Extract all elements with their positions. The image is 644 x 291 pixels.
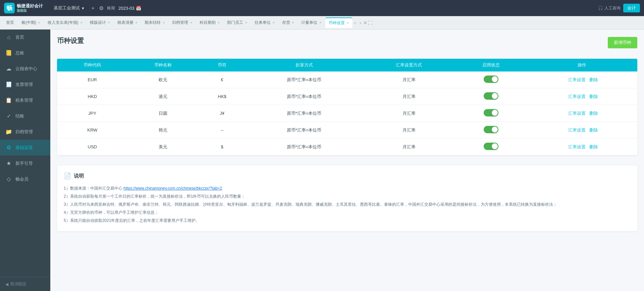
calendar-icon[interactable]: 📅: [136, 6, 141, 11]
app-name: 畅捷通好会计: [17, 3, 43, 9]
rate-settings-link-krw[interactable]: 汇率设置: [568, 128, 586, 133]
cell-name: 欧元: [128, 71, 199, 88]
currency-table: 币种代码 币种名称 币符 折算方式 汇率设置方式 启用状态 操作 EUR 欧元 …: [57, 59, 637, 155]
sidebar-item-settings[interactable]: ⚙ 基础设置: [0, 140, 50, 155]
cell-method: 原币*汇率=本位币: [246, 105, 362, 122]
new-currency-button[interactable]: 新增币种: [608, 37, 637, 48]
tab-next-btn[interactable]: ›: [358, 19, 362, 27]
tab-subjects[interactable]: 科目期初 ×: [196, 18, 223, 28]
help-button[interactable]: 🎧 人工咨询: [598, 5, 621, 11]
tab-dept[interactable]: 部门员工 ×: [224, 18, 251, 28]
tab-template[interactable]: 模版设计 ×: [87, 18, 113, 28]
rate-settings-link-hkd[interactable]: 汇率设置: [568, 94, 586, 99]
sidebar-item-label: 总账: [15, 50, 24, 56]
toggle-krw[interactable]: [484, 126, 498, 133]
ledger-icon: 📒: [5, 50, 12, 56]
tab-tax[interactable]: 税表清册 ×: [114, 18, 141, 28]
sidebar-item-invoice[interactable]: 🧾 发票管理: [0, 77, 50, 92]
period-value: 2023-03 📅: [118, 6, 141, 11]
delete-link-hkd[interactable]: 删除: [589, 94, 598, 99]
top-bar-actions: 🎧 人工咨询 会计: [598, 4, 640, 12]
account-button[interactable]: 会计: [623, 4, 640, 12]
tab-close-icon[interactable]: ×: [319, 21, 321, 25]
top-bar: 畅 畅捷通好会计 旗舰版 基层工会测试 ▾ ＋ ⚙ 账期 2023-03 📅 🎧…: [0, 0, 644, 16]
toggle-usd[interactable]: [484, 143, 498, 150]
notes-title-text: 说明: [74, 173, 84, 179]
sidebar-item-ledger[interactable]: 📒 总账: [0, 45, 50, 61]
notes-item-4: 4）无官方牌价的币种，可以用户手工维护汇率信息；: [64, 208, 631, 216]
delete-link-jpy[interactable]: 删除: [589, 111, 598, 116]
delete-link-eur[interactable]: 删除: [589, 77, 598, 82]
checkout-icon: ✓: [5, 113, 12, 119]
tab-close-icon[interactable]: ×: [136, 21, 138, 25]
tab-income[interactable]: 收入支出表(年报) ×: [44, 18, 86, 28]
tab-zhangzhongqi[interactable]: 账(中期) ×: [18, 18, 44, 28]
toggle-thumb: [492, 76, 498, 82]
toggle-thumb: [492, 110, 498, 116]
tab-prev-btn[interactable]: ‹: [353, 19, 357, 27]
tab-close-icon[interactable]: ×: [38, 21, 40, 25]
tab-close-icon[interactable]: ×: [108, 21, 110, 25]
tab-close-icon[interactable]: ×: [245, 21, 247, 25]
toggle-track: [484, 76, 498, 83]
tab-units[interactable]: 计量单位 ×: [298, 18, 325, 28]
tab-period-end[interactable]: 期末结转 ×: [141, 18, 168, 28]
sidebar-item-label: 新手引导: [15, 160, 33, 166]
tab-currency[interactable]: 币种设置 ×: [325, 17, 352, 28]
notes-title: 📄 说明: [64, 172, 631, 180]
sidebar-item-archive[interactable]: 📁 归档管理: [0, 124, 50, 140]
col-name: 币种名称: [128, 59, 199, 71]
tab-label: 计量单位: [301, 20, 317, 26]
sidebar-item-reports[interactable]: ☁ 云报表中心: [0, 61, 50, 77]
sidebar-pin-toggle[interactable]: ◀ 取消固定: [0, 277, 50, 291]
company-selector[interactable]: 基层工会测试 ▾: [51, 4, 87, 12]
tab-close-icon[interactable]: ×: [218, 21, 220, 25]
add-button[interactable]: ＋: [90, 5, 96, 12]
tab-label: 期末结转: [145, 20, 161, 26]
sidebar-item-guide[interactable]: ★ 新手引导: [0, 155, 50, 171]
tab-close-icon[interactable]: ×: [163, 21, 165, 25]
cell-code: USD: [57, 139, 128, 155]
sidebar-item-member[interactable]: ◇ 畅会员: [0, 171, 50, 187]
sidebar-menu: ⌂ 首页 📒 总账 ☁ 云报表中心 🧾 发票管理 📋 税务管理 ✓ 结账: [0, 30, 50, 277]
toggle-hkd[interactable]: [484, 92, 498, 100]
rate-settings-link-usd[interactable]: 汇率设置: [568, 144, 586, 149]
tab-clients[interactable]: 往来单位 ×: [251, 18, 278, 28]
tab-close-icon[interactable]: ×: [292, 21, 294, 25]
app-logo-icon: 畅: [4, 3, 15, 13]
rate-settings-link-eur[interactable]: 汇率设置: [568, 77, 586, 82]
tab-close-icon[interactable]: ×: [273, 21, 275, 25]
tab-close-icon[interactable]: ×: [347, 21, 349, 25]
delete-link-usd[interactable]: 删除: [589, 144, 598, 149]
table-row: HKD 港元 HK$ 原币*汇率=本位币 月汇率 汇率设置: [57, 88, 637, 105]
tab-archive[interactable]: 归档管理 ×: [169, 18, 196, 28]
cell-symbol: $: [198, 139, 246, 155]
toggle-jpy[interactable]: [484, 109, 498, 116]
tab-close-icon[interactable]: ×: [190, 21, 192, 25]
settings-icon[interactable]: ⚙: [99, 5, 104, 11]
sidebar-item-label: 云报表中心: [15, 66, 37, 72]
cell-name: 美元: [128, 139, 199, 155]
sidebar-item-checkout[interactable]: ✓ 结账: [0, 108, 50, 124]
tab-inventory[interactable]: 存货 ×: [279, 18, 298, 28]
notes-link[interactable]: https://www.chinamoney.com.cn/chinese/bk…: [123, 186, 222, 191]
tab-close-all-btn[interactable]: ✕: [363, 20, 367, 26]
home-icon: ⌂: [5, 34, 12, 40]
sidebar-item-tax[interactable]: 📋 税务管理: [0, 92, 50, 108]
notes-item-3: 3）人民币对马来西亚林吉特、俄罗斯卢布、南非兰特、韩元、阿联酋迪拉姆、沙特里亚尔…: [64, 200, 631, 208]
pin-icon: ◀: [5, 282, 8, 287]
sidebar-item-home[interactable]: ⌂ 首页: [0, 30, 50, 45]
tab-close-icon[interactable]: ×: [80, 21, 83, 25]
tab-home[interactable]: 首页: [3, 18, 17, 28]
toggle-eur[interactable]: [484, 76, 498, 83]
notes-item-1: 1）数据来源：中国外汇交易中心 https://www.chinamoney.c…: [64, 184, 631, 192]
delete-link-krw[interactable]: 删除: [589, 128, 598, 133]
dropdown-icon: ▾: [82, 6, 84, 11]
rate-settings-link-jpy[interactable]: 汇率设置: [568, 111, 586, 116]
cell-name: 韩元: [128, 122, 199, 139]
cell-toggle: [456, 139, 527, 155]
tab-label: 首页: [6, 20, 14, 26]
cell-actions: 汇率设置 删除: [526, 139, 637, 155]
tab-expand-btn[interactable]: ⛶: [368, 20, 373, 26]
notes-item-5: 5）系统只能自动抓取2021年度后的汇率，之前年度汇率需要用户手工维护。: [64, 216, 631, 225]
